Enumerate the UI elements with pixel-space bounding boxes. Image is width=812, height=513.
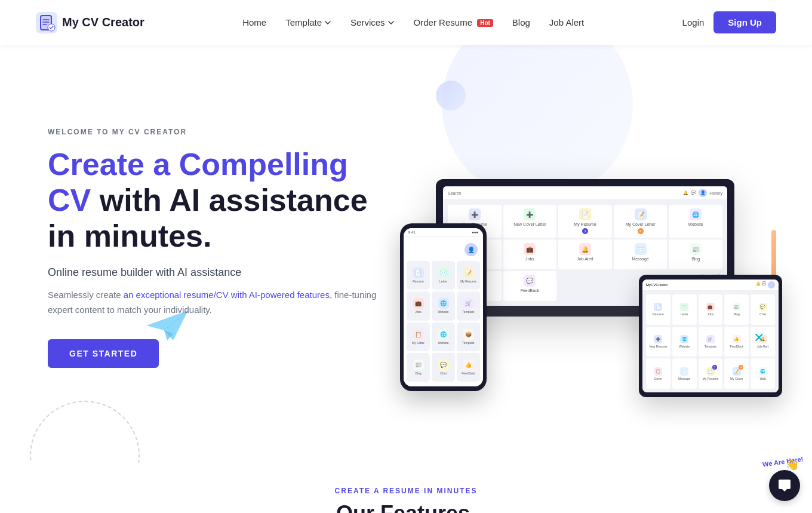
features-title: Our Features.	[48, 501, 764, 513]
tablet-app-resume[interactable]: 📄Resume	[646, 294, 670, 325]
laptop-search-label: Search	[448, 191, 461, 195]
tablet-app-chat[interactable]: 💬Chat	[751, 294, 775, 325]
phone-icon-template2: 📦	[463, 329, 474, 340]
phone-icon-myletter: 📋	[413, 329, 424, 340]
phone-app-blog[interactable]: 📰 Blog	[407, 353, 430, 382]
nav-item-services[interactable]: Services	[350, 17, 395, 27]
tablet-app-mycover[interactable]: 📝 4 My Cover	[724, 358, 749, 389]
logo[interactable]: My CV Creator	[36, 12, 144, 33]
hot-badge: Hot	[477, 19, 493, 27]
nav-link-blog[interactable]: Blog	[512, 17, 530, 27]
laptop-app-blog[interactable]: 📰 Blog	[669, 239, 722, 269]
nav-item-template[interactable]: Template	[285, 17, 331, 27]
login-button[interactable]: Login	[682, 17, 705, 27]
tablet-app-feedback[interactable]: 👍FeedBack	[724, 327, 749, 357]
phone-icon-website2: 🌐	[438, 329, 449, 340]
tablet-avatar	[768, 281, 775, 288]
tablet-app-blog[interactable]: 📰Blog	[724, 294, 749, 325]
nav-link-services[interactable]: Services	[350, 17, 395, 27]
tablet-app-extra[interactable]: 🌐Web	[751, 358, 775, 389]
signup-button[interactable]: Sign Up	[713, 11, 776, 33]
laptop-app-job-alert[interactable]: 🔔 Job Alert	[558, 239, 612, 269]
tablet-app-website[interactable]: 🌐Website	[672, 327, 697, 357]
deco-bar	[771, 230, 776, 278]
phone-icon-template: 🛒	[463, 298, 474, 309]
tablet-brand: MyCVCreator	[646, 283, 668, 287]
navbar: My CV Creator Home Template Services Ord…	[0, 0, 812, 45]
hero-content-left: WELCOME TO MY CV CREATOR Create a Compel…	[48, 128, 382, 367]
nav-item-home[interactable]: Home	[242, 17, 266, 28]
get-started-button[interactable]: GET STARTED	[48, 339, 159, 368]
laptop-app-my-cover[interactable]: 📝 My Cover Letter 4	[614, 205, 668, 238]
features-label: CREATE A RESUME IN MINUTES	[48, 487, 764, 495]
phone-icon-chat: 💬	[438, 360, 449, 370]
laptop-icon-website: 🌐	[690, 208, 702, 220]
features-section: CREATE A RESUME IN MINUTES Our Features.	[0, 463, 812, 513]
laptop-app-message[interactable]: ✉️ Message	[614, 239, 668, 269]
tablet-header-icons: 🔔 💬	[756, 281, 775, 288]
phone-icon-letter: ✉️	[438, 268, 449, 278]
nav-item-blog[interactable]: Blog	[512, 17, 530, 28]
phone-app-chat[interactable]: 💬 Chat	[432, 353, 455, 382]
phone-app-website[interactable]: 🌐 Website	[432, 291, 455, 320]
close-button[interactable]: ✕	[753, 330, 764, 346]
tablet-app-cover[interactable]: 📋Cover	[646, 358, 670, 389]
tablet-icon-website: 🌐	[680, 335, 688, 343]
tablet-icon-resume: 📄	[654, 303, 662, 311]
chat-bubble-button[interactable]	[769, 470, 800, 501]
phone-app-resume[interactable]: 📄 Resume	[407, 261, 430, 290]
phone-app-website2[interactable]: 🌐 Website	[432, 322, 455, 351]
nav-link-home[interactable]: Home	[242, 17, 266, 27]
phone-icon-myresume: 📝	[463, 268, 474, 278]
tablet-app-new-resume[interactable]: ➕New Resume	[646, 327, 670, 357]
laptop-icon-job-alert: 🔔	[579, 243, 591, 255]
nav-item-order-resume[interactable]: Order Resume Hot	[414, 17, 493, 28]
laptop-icon-my-cover: 📝	[635, 208, 647, 220]
phone-screen-inner: 👤 📄 Resume ✉️ Letter 📝 My Resume	[404, 237, 483, 386]
laptop-app-jobs[interactable]: 💼 Jobs	[503, 239, 557, 269]
hero-subtitle: Online resume builder with AI assistance	[48, 266, 382, 279]
tablet-icon-chat: 💬	[759, 303, 767, 311]
laptop-icon-blog: 📰	[690, 243, 702, 255]
phone-app-jobs[interactable]: 💼 Jobs	[407, 291, 430, 320]
hero-eyebrow: WELCOME TO MY CV CREATOR	[48, 128, 382, 136]
tablet-icon-jobs: 💼	[706, 303, 715, 311]
tablet-icon-blog: 📰	[733, 303, 741, 311]
tablet-icon-template: 🛒	[706, 335, 715, 343]
hero-section: WELCOME TO MY CV CREATOR Create a Compel…	[0, 45, 812, 463]
nav-link-job-alert[interactable]: Job Alert	[549, 17, 584, 27]
nav-link-order-resume[interactable]: Order Resume Hot	[414, 17, 493, 27]
svg-point-6	[48, 24, 55, 31]
phone-app-myletter[interactable]: 📋 My Letter	[407, 322, 430, 351]
tablet-icon-feedback: 👍	[733, 335, 741, 343]
phone-app-myresume[interactable]: 📝 My Resume	[457, 261, 480, 290]
phone-avatar: 👤	[465, 243, 478, 256]
laptop-screen-header: Search 🔔 💬 👤 History	[443, 186, 727, 200]
hero-desc-link[interactable]: an exceptional resume/CV with AI-powered…	[124, 290, 332, 300]
phone-app-letter[interactable]: ✉️ Letter	[432, 261, 455, 290]
phone-icon-feedback: 👍	[463, 360, 474, 370]
tablet-app-message[interactable]: ✉️Message	[672, 358, 697, 389]
tablet-app-letter[interactable]: ✉️Letter	[672, 294, 697, 325]
laptop-app-my-resume[interactable]: 📄 My Resume 3	[558, 205, 612, 238]
phone-app-template[interactable]: 🛒 Template	[457, 291, 480, 320]
tablet-app-template[interactable]: 🛒Template	[699, 327, 723, 357]
phone-app-template2[interactable]: 📦 Template	[457, 322, 480, 351]
laptop-app-website[interactable]: 🌐 Website	[669, 205, 722, 238]
phone-app-feedback[interactable]: 👍 FeedBack	[457, 353, 480, 382]
tablet-icon-cover: 📋	[654, 367, 662, 376]
laptop-app-new-cover[interactable]: ➕ New Cover Letter	[503, 205, 557, 238]
laptop-icon-jobs: 💼	[524, 243, 536, 255]
nav-link-template[interactable]: Template	[285, 17, 331, 27]
nav-actions: Login Sign Up	[682, 11, 776, 33]
tablet-icon-extra: 🌐	[759, 367, 767, 376]
phone-status: ●●●	[472, 231, 478, 234]
laptop-app-chat[interactable]: 💬 FeedBack	[503, 271, 557, 301]
phone-icon-blog: 📰	[413, 360, 424, 370]
chat-widget-inner: We Are Here! 👋	[769, 470, 800, 501]
tablet-app-jobs[interactable]: 💼Jobs	[699, 294, 723, 325]
nav-item-job-alert[interactable]: Job Alert	[549, 17, 584, 28]
hero-desc: Seamlessly create an exceptional resume/…	[48, 287, 382, 318]
tablet-app-myresume[interactable]: 📄 3 My Resume	[699, 358, 723, 389]
laptop-icon-my-resume: 📄	[579, 208, 591, 220]
